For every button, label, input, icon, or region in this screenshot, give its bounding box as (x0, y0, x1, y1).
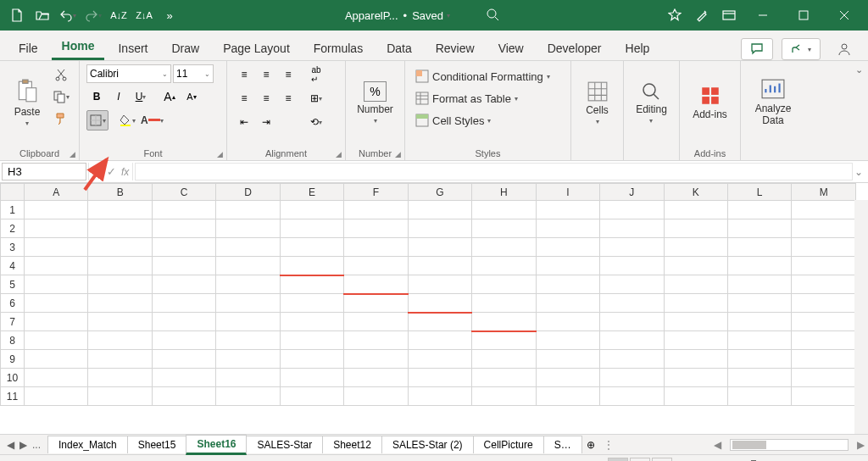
grow-font-icon[interactable]: A▴ (159, 86, 180, 107)
table-row: 6 (1, 294, 856, 313)
shrink-font-icon[interactable]: A▾ (181, 86, 202, 107)
tab-insert[interactable]: Insert (108, 36, 158, 60)
page-break-view-icon[interactable]: ▥ (652, 458, 672, 462)
sheet-tab[interactable]: SALES-Star (2) (381, 436, 474, 453)
account-icon[interactable] (829, 38, 860, 60)
tab-draw[interactable]: Draw (161, 36, 209, 60)
minimize-button[interactable] (744, 3, 782, 28)
cell-styles-button[interactable]: Cell Styles▾ (412, 112, 554, 129)
cancel-formula-icon[interactable]: ✕ (92, 165, 102, 178)
sheet-tab[interactable]: CellPicture (473, 436, 544, 453)
sheet-tab[interactable]: Index_Match (47, 436, 128, 453)
svg-rect-17 (416, 114, 428, 119)
sheet-tab[interactable]: SALES-Star (246, 436, 323, 453)
sheet-nav-more[interactable]: ... (32, 439, 41, 451)
sheet-tab-truncated[interactable]: S… (543, 436, 582, 453)
paste-button[interactable]: Paste▾ (7, 64, 47, 141)
enter-formula-icon[interactable]: ✓ (107, 165, 116, 178)
addins-button[interactable]: Add-ins (687, 64, 732, 141)
group-label-addins: Add-ins (694, 148, 726, 158)
sheet-tab[interactable]: Sheet12 (322, 436, 382, 453)
align-top-icon[interactable]: ≡ (234, 64, 254, 85)
worksheet-grid[interactable]: ABCD EFGH IJKLM 1 2 3 4 5 6 7 8 9 10 11 (0, 183, 868, 434)
close-button[interactable] (826, 3, 863, 28)
sheet-nav-next-icon[interactable]: ▶ (19, 439, 27, 451)
horizontal-scrollbar[interactable] (730, 439, 849, 451)
format-painter-icon[interactable] (51, 108, 71, 129)
cut-icon[interactable] (51, 64, 71, 85)
fill-color-button[interactable]: ▾ (117, 110, 137, 131)
save-state[interactable]: Saved▾ (412, 9, 450, 22)
ribbon-display-icon[interactable] (717, 3, 741, 27)
dialog-launcher-icon[interactable]: ◢ (217, 150, 223, 158)
sort-asc-icon[interactable]: A↓Z (107, 3, 131, 27)
share-button[interactable]: ▾ (782, 38, 821, 60)
analyze-data-button[interactable]: Analyze Data (748, 64, 798, 141)
collapse-ribbon-icon[interactable]: ⌄ (855, 64, 863, 75)
tab-developer[interactable]: Developer (537, 36, 612, 60)
decrease-indent-icon[interactable]: ⇤ (234, 112, 254, 132)
coming-soon-icon[interactable] (690, 3, 714, 27)
merge-center-button[interactable]: ⊞▾ (302, 88, 331, 108)
tab-help[interactable]: Help (615, 36, 660, 60)
name-box[interactable]: H3 (2, 163, 86, 181)
group-clipboard: Paste▾ ▾ Clipboard◢ (0, 61, 80, 160)
tab-data[interactable]: Data (376, 36, 422, 60)
sort-desc-icon[interactable]: Z↓A (132, 3, 156, 27)
maximize-button[interactable] (785, 3, 822, 28)
hscroll-right-icon[interactable]: ▶ (854, 439, 868, 451)
sheet-tab[interactable]: Sheet15 (127, 436, 187, 453)
underline-button[interactable]: U▾ (131, 86, 151, 107)
premium-icon[interactable] (663, 3, 687, 27)
number-format-button[interactable]: % Number▾ (353, 64, 398, 141)
font-name-select[interactable]: Calibri⌄ (86, 64, 171, 83)
italic-button[interactable]: I (108, 86, 129, 107)
cells-button[interactable]: Cells▾ (577, 64, 618, 141)
undo-icon[interactable]: ▾ (56, 3, 80, 27)
align-right-icon[interactable]: ≡ (278, 88, 298, 108)
normal-view-icon[interactable]: ▦ (608, 458, 628, 462)
wrap-text-button[interactable]: ab↵ (302, 64, 331, 85)
page-layout-view-icon[interactable]: ▣ (630, 458, 650, 462)
vertical-scrollbar[interactable] (854, 200, 868, 434)
editing-button[interactable]: Editing▾ (631, 64, 672, 141)
dialog-launcher-icon[interactable]: ◢ (395, 150, 401, 158)
new-sheet-icon[interactable]: ⊕ (581, 439, 600, 451)
conditional-formatting-button[interactable]: Conditional Formatting▾ (412, 68, 554, 85)
align-left-icon[interactable]: ≡ (234, 88, 254, 108)
font-color-button[interactable]: A▾ (139, 110, 165, 131)
dialog-launcher-icon[interactable]: ◢ (70, 150, 75, 158)
column-headers[interactable]: ABCD EFGH IJKLM (1, 184, 856, 201)
fx-icon[interactable]: fx (121, 166, 129, 178)
format-as-table-button[interactable]: Format as Table▾ (412, 90, 554, 107)
tab-formulas[interactable]: Formulas (303, 36, 373, 60)
tab-view[interactable]: View (488, 36, 534, 60)
expand-formula-icon[interactable]: ⌄ (854, 161, 868, 182)
open-file-icon[interactable] (31, 3, 54, 27)
font-size-select[interactable]: 11⌄ (173, 64, 214, 83)
qat-more-icon[interactable]: » (158, 3, 181, 27)
tab-page-layout[interactable]: Page Layout (213, 36, 300, 60)
sheet-tab-active[interactable]: Sheet16 (186, 435, 247, 455)
search-icon[interactable] (486, 8, 499, 24)
align-middle-icon[interactable]: ≡ (256, 64, 276, 85)
select-all-corner[interactable] (1, 184, 25, 201)
redo-icon[interactable]: ▾ (81, 3, 105, 27)
borders-button[interactable]: ▾ (86, 110, 108, 131)
copy-icon[interactable]: ▾ (51, 86, 71, 107)
hscroll-left-icon[interactable]: ◀ (710, 439, 725, 451)
formula-input[interactable] (135, 163, 853, 181)
align-bottom-icon[interactable]: ≡ (278, 64, 298, 85)
align-center-icon[interactable]: ≡ (256, 88, 276, 108)
sheet-nav-prev-icon[interactable]: ◀ (7, 439, 14, 451)
dialog-launcher-icon[interactable]: ◢ (336, 150, 342, 158)
tab-review[interactable]: Review (426, 36, 485, 60)
orientation-button[interactable]: ⟲▾ (302, 112, 331, 132)
table-row: 11 (1, 387, 856, 406)
new-file-icon[interactable] (5, 3, 29, 27)
increase-indent-icon[interactable]: ⇥ (256, 112, 276, 132)
bold-button[interactable]: B (86, 86, 107, 107)
tab-home[interactable]: Home (52, 34, 105, 60)
comments-button[interactable] (741, 38, 773, 60)
tab-file[interactable]: File (8, 36, 48, 60)
